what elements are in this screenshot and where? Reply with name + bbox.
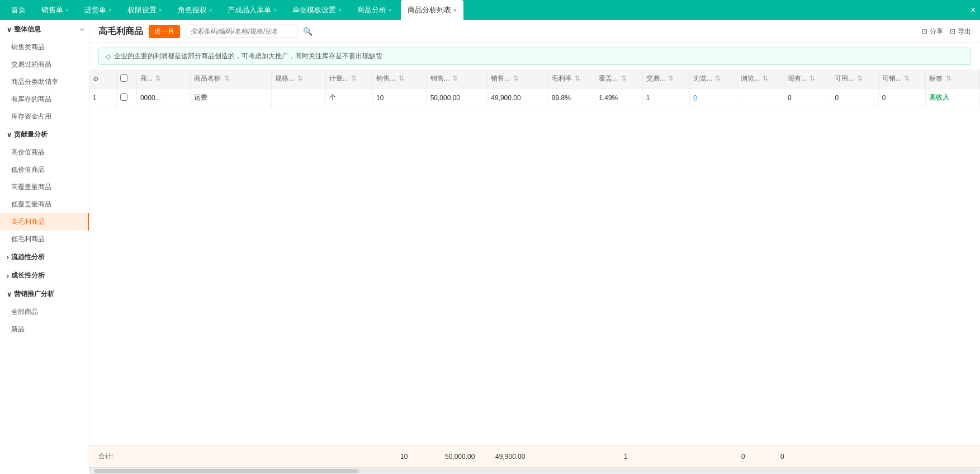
tab-analysis-label: 商品分析 xyxy=(357,5,386,15)
col-spec[interactable]: 规格... ⇅ xyxy=(272,69,326,88)
chevron-right-icon-2: › xyxy=(7,272,9,280)
page-title: 高毛利商品 xyxy=(98,26,143,37)
tab-home[interactable]: 首页 xyxy=(4,0,32,20)
sidebar-item-high-value[interactable]: 高价值商品 xyxy=(0,144,89,161)
tab-role-label: 角色授权 xyxy=(178,5,207,15)
row-checkbox[interactable] xyxy=(120,93,127,101)
tab-purchase-close[interactable]: × xyxy=(108,7,112,13)
tab-product-entry[interactable]: 产成品入库单 × xyxy=(221,0,283,20)
sidebar-item-stock-fund[interactable]: 库存资金占用 xyxy=(0,108,89,125)
tab-template-close[interactable]: × xyxy=(338,7,342,13)
col-sellable[interactable]: 可销... ⇅ xyxy=(878,69,925,88)
sort-icon-sales2: ⇅ xyxy=(452,74,458,82)
col-sales3[interactable]: 销售... ⇅ xyxy=(487,69,548,88)
col-browse1[interactable]: 浏览... ⇅ xyxy=(690,69,737,88)
tab-permission-label: 权限设置 xyxy=(127,5,157,15)
sort-icon-sales3: ⇅ xyxy=(513,74,519,82)
tab-analysis-list-label: 商品分析列表 xyxy=(408,5,451,15)
col-coverage[interactable]: 覆盖... ⇅ xyxy=(595,69,642,88)
sidebar-item-high-margin[interactable]: 高毛利商品 xyxy=(0,213,89,231)
col-tag[interactable]: 标签 ⇅ xyxy=(926,69,980,88)
export-action[interactable]: ⊡ 导出 xyxy=(950,27,971,36)
col-gross-rate[interactable]: 毛利率 ⇅ xyxy=(548,69,595,88)
footer-spacer xyxy=(143,453,400,461)
sidebar-group-trend[interactable]: › 流趋性分析 xyxy=(0,248,89,266)
share-action[interactable]: ⊡ 分享 xyxy=(922,27,943,36)
tab-template[interactable]: 单据模板设置 × xyxy=(286,0,348,20)
tab-analysis-list[interactable]: 商品分析列表 × xyxy=(401,0,463,20)
cell-sales3: 49,900.00 xyxy=(487,88,548,107)
sort-icon-unit: ⇅ xyxy=(351,74,357,82)
scroll-bar[interactable] xyxy=(89,467,980,474)
tab-analysis-list-close[interactable]: × xyxy=(453,7,457,13)
info-banner: ◇ 企业的主要的利润都是这部分商品创造的，可考虑加大推广，同时关注库存是不要出现… xyxy=(98,48,971,65)
col-browse2[interactable]: 浏览... ⇅ xyxy=(737,69,784,88)
sort-icon-spec: ⇅ xyxy=(297,74,303,82)
chevron-down-icon-2: ∨ xyxy=(7,131,12,139)
search-button[interactable]: 🔍 xyxy=(303,27,313,36)
tab-permission[interactable]: 权限设置 × xyxy=(121,0,169,20)
sidebar: « ∨ 整体信息 销售类商品 交易过的商品 商品分类助销率 有库存的商品 库存资… xyxy=(0,20,89,474)
sort-icon-browse2: ⇅ xyxy=(763,74,768,82)
cell-browse1[interactable]: 0 xyxy=(690,88,737,107)
sidebar-item-low-margin[interactable]: 低毛利商品 xyxy=(0,231,89,248)
col-trade[interactable]: 交易... ⇅ xyxy=(642,69,689,88)
col-code[interactable]: 商... ⇅ xyxy=(136,69,191,88)
scroll-thumb[interactable] xyxy=(94,469,358,473)
select-all-checkbox[interactable] xyxy=(120,74,127,82)
footer-sales2: 50,000.00 xyxy=(445,453,495,461)
footer-spacer2 xyxy=(546,453,624,461)
table-container[interactable]: ⚙ 商... ⇅ 商品名称 ⇅ xyxy=(89,69,980,445)
col-name[interactable]: 商品名称 ⇅ xyxy=(191,69,272,88)
sidebar-item-traded-goods[interactable]: 交易过的商品 xyxy=(0,56,89,73)
cell-coverage: 1.49% xyxy=(595,88,642,107)
info-text: 企业的主要的利润都是这部分商品创造的，可考虑加大推广，同时关注库存是不要出现缺货 xyxy=(114,51,382,61)
scroll-track[interactable] xyxy=(94,469,976,473)
col-checkbox[interactable] xyxy=(116,69,136,88)
sidebar-item-low-value[interactable]: 低价值商品 xyxy=(0,161,89,179)
sidebar-item-low-coverage[interactable]: 低覆盖量商品 xyxy=(0,196,89,213)
cell-available: 0 xyxy=(831,88,878,107)
tab-sales-close[interactable]: × xyxy=(65,7,69,13)
sidebar-item-sales-goods[interactable]: 销售类商品 xyxy=(0,39,89,56)
footer-values: 10 50,000.00 49,900.00 1 0 0 xyxy=(143,453,820,461)
sidebar-item-new-goods[interactable]: 新品 xyxy=(0,321,89,338)
cell-trade: 1 xyxy=(642,88,689,107)
export-icon: ⊡ xyxy=(950,27,955,35)
search-input[interactable] xyxy=(186,25,297,38)
table-footer: 合计: 10 50,000.00 49,900.00 1 0 0 xyxy=(89,445,980,467)
filter-button[interactable]: 近一月 xyxy=(149,25,180,38)
col-sales1[interactable]: 销售... ⇅ xyxy=(373,69,427,88)
tab-purchase-label: 进货单 xyxy=(84,5,106,15)
sidebar-item-category-rate[interactable]: 商品分类助销率 xyxy=(0,73,89,91)
sidebar-group-overall[interactable]: ∨ 整体信息 xyxy=(0,20,89,39)
sidebar-group-contribution[interactable]: ∨ 贡献量分析 xyxy=(0,125,89,144)
close-all-tabs[interactable]: × xyxy=(970,5,976,15)
sidebar-collapse-button[interactable]: « xyxy=(80,25,84,34)
tab-role-close[interactable]: × xyxy=(209,7,212,13)
tab-permission-close[interactable]: × xyxy=(159,7,162,13)
tab-analysis-close[interactable]: × xyxy=(389,7,392,13)
col-current[interactable]: 现有... ⇅ xyxy=(784,69,831,88)
sidebar-item-all-goods[interactable]: 全部商品 xyxy=(0,303,89,321)
sidebar-group-growth[interactable]: › 成长性分析 xyxy=(0,266,89,285)
tab-sales[interactable]: 销售单 × xyxy=(35,0,75,20)
footer-trade: 1 xyxy=(624,453,663,461)
tab-analysis[interactable]: 商品分析 × xyxy=(351,0,399,20)
sidebar-item-high-coverage[interactable]: 高覆盖量商品 xyxy=(0,179,89,196)
tab-role[interactable]: 角色授权 × xyxy=(171,0,219,20)
col-sales2[interactable]: 销售... ⇅ xyxy=(427,69,487,88)
footer-available: 0 xyxy=(780,453,820,461)
chevron-right-icon: › xyxy=(7,254,9,261)
settings-icon[interactable]: ⚙ xyxy=(93,75,99,83)
top-nav: 首页 销售单 × 进货单 × 权限设置 × 角色授权 × 产成品入库单 × 单据… xyxy=(0,0,980,20)
sidebar-group-marketing[interactable]: ∨ 营销推广分析 xyxy=(0,285,89,303)
col-unit[interactable]: 计量... ⇅ xyxy=(325,69,372,88)
tab-purchase[interactable]: 进货单 × xyxy=(78,0,119,20)
tab-product-entry-close[interactable]: × xyxy=(273,7,277,13)
cell-spec xyxy=(272,88,326,107)
col-available[interactable]: 可用... ⇅ xyxy=(831,69,878,88)
cell-checkbox[interactable] xyxy=(116,88,136,107)
main-layout: « ∨ 整体信息 销售类商品 交易过的商品 商品分类助销率 有库存的商品 库存资… xyxy=(0,20,980,474)
sidebar-item-in-stock[interactable]: 有库存的商品 xyxy=(0,91,89,108)
